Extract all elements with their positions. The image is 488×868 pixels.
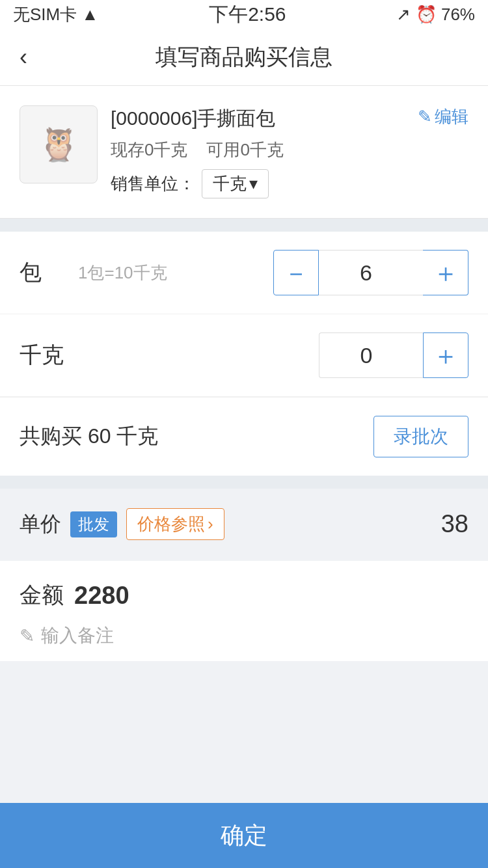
section-divider-2 [0, 476, 488, 489]
unit-hint-bao: 1包=10千克 [78, 262, 273, 284]
plus-button-kg[interactable]: ＋ [423, 332, 468, 378]
unit-label-bao: 包 [20, 258, 72, 288]
confirm-bar[interactable]: 确定 [0, 803, 488, 868]
signal-text: 无SIM卡 ▲ [13, 3, 98, 26]
battery-text: ↗ ⏰ 76% [396, 5, 475, 25]
unit-select[interactable]: 千克 ▾ [202, 169, 269, 198]
product-thumbnail-icon: 🦉 [38, 126, 79, 163]
unit-value: 千克 [213, 172, 247, 195]
section-divider-1 [0, 219, 488, 232]
product-unit-row: 销售单位： 千克 ▾ [111, 169, 468, 198]
main-content [0, 661, 488, 803]
quantity-row-kg: 千克 ＋ [0, 314, 488, 397]
edit-icon: ✎ [418, 107, 432, 127]
price-ref-label: 价格参照 [137, 513, 205, 536]
product-info: [0000006]手撕面包 ✎ 编辑 现存0千克 可用0千克 销售单位： 千克 … [111, 105, 468, 198]
price-tag: 批发 [70, 511, 117, 537]
input-section: 包 1包=10千克 － ＋ 千克 ＋ 共购买 60 千克 录批次 [0, 232, 488, 476]
unit-dropdown-icon: ▾ [249, 174, 258, 194]
qty-input-kg[interactable] [319, 332, 423, 378]
price-ref-chevron: › [208, 514, 213, 534]
amount-row: 金额 2280 [20, 580, 468, 610]
nav-bar: ‹ 填写商品购买信息 [0, 29, 488, 86]
back-button[interactable]: ‹ [20, 44, 27, 71]
remark-icon: ✎ [20, 625, 34, 647]
status-right: ↗ ⏰ 76% [396, 5, 475, 25]
amount-value: 2280 [74, 582, 129, 610]
plus-button-bao[interactable]: ＋ [423, 250, 468, 295]
product-card: 🦉 [0000006]手撕面包 ✎ 编辑 现存0千克 可用0千克 销售单位： 千… [0, 86, 488, 219]
price-row: 单价 批发 价格参照 › 38 [0, 489, 488, 560]
amount-section: 金额 2280 ✎ 输入备注 [0, 561, 488, 661]
minus-button-bao[interactable]: － [273, 250, 319, 295]
edit-label: 编辑 [435, 105, 468, 128]
price-value: 38 [441, 510, 468, 538]
unit-label-kg: 千克 [20, 340, 72, 370]
status-time: 下午2:56 [209, 1, 286, 28]
remark-placeholder: 输入备注 [41, 623, 114, 648]
remark-row[interactable]: ✎ 输入备注 [20, 623, 468, 648]
stock-current: 现存0千克 [111, 140, 187, 159]
total-label: 共购买 60 千克 [20, 422, 373, 451]
total-row: 共购买 60 千克 录批次 [0, 397, 488, 476]
qty-control-kg: ＋ [319, 332, 468, 378]
status-left: 无SIM卡 ▲ [13, 3, 98, 26]
quantity-row-bao: 包 1包=10千克 － ＋ [0, 232, 488, 314]
amount-label: 金额 [20, 580, 64, 610]
qty-input-bao[interactable] [319, 250, 423, 295]
product-name: [0000006]手撕面包 [111, 105, 275, 132]
unit-label: 销售单位： [111, 172, 195, 195]
edit-button[interactable]: ✎ 编辑 [418, 105, 468, 128]
stock-available: 可用0千克 [206, 140, 283, 159]
product-image: 🦉 [20, 105, 98, 183]
price-ref-button[interactable]: 价格参照 › [126, 508, 224, 540]
page-title: 填写商品购买信息 [156, 42, 332, 72]
qty-control-bao: － ＋ [273, 250, 468, 295]
batch-button[interactable]: 录批次 [373, 416, 468, 457]
status-bar: 无SIM卡 ▲ 下午2:56 ↗ ⏰ 76% [0, 0, 488, 29]
confirm-text: 确定 [221, 820, 267, 852]
price-label: 单价 [20, 510, 61, 539]
product-stock: 现存0千克 可用0千克 [111, 139, 468, 161]
